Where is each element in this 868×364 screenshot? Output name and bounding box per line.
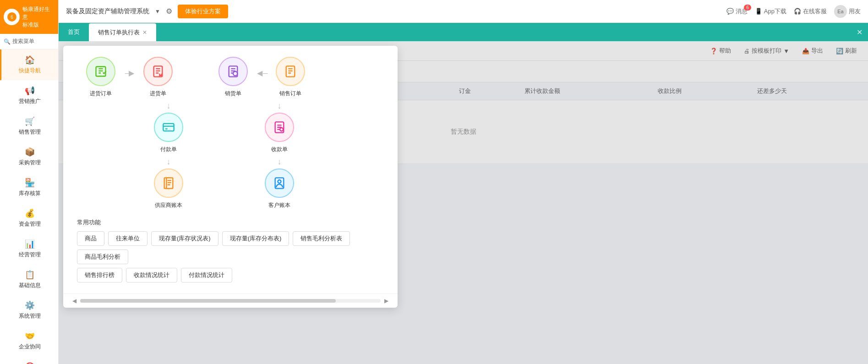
content-area: ❓ 帮助 🖨 按模板打印 ▼ 📤 导出 🔄 刷新	[59, 41, 868, 364]
scroll-right-btn[interactable]: ▶	[382, 296, 390, 306]
operations-icon: 📊	[25, 239, 35, 249]
sidebar-item-operations[interactable]: 📊 经营管理	[0, 234, 58, 264]
sidebar-item-inventory[interactable]: 🏪 库存核算	[0, 172, 58, 203]
main-area: 装备及固定资产辅助管理系统 ▼ ⚙ 体验行业方案 💬 消息 6 📱 App下载 …	[59, 0, 868, 364]
sales-order-icon	[276, 57, 305, 86]
down-arrow-supplier: ↓	[167, 157, 171, 167]
sales-order-label: 销售订单	[279, 90, 301, 98]
down-arrow-payment: ↓	[167, 101, 171, 111]
sidebar-item-quick-nav[interactable]: 🏠 快捷导航	[0, 49, 58, 80]
download-icon: 📱	[755, 8, 762, 15]
popup-panel: 进货订单 - - - - - ▶	[63, 46, 398, 308]
common-title: 常用功能	[77, 218, 384, 227]
app-download-btn[interactable]: 📱 App下载	[755, 7, 786, 16]
customer-ledger-icon	[265, 168, 294, 198]
topbar: 装备及固定资产辅助管理系统 ▼ ⚙ 体验行业方案 💬 消息 6 📱 App下载 …	[59, 0, 868, 23]
sidebar-item-finance[interactable]: 💰 资金管理	[0, 203, 58, 234]
flow-node-customer-ledger[interactable]: 客户账本	[265, 168, 294, 209]
sidebar-nav: 🏠 快捷导航 📢 营销推广 🛒 销售管理 📦 采购管理 🏪 库存核算 💰	[0, 49, 58, 364]
tab-home[interactable]: 首页	[59, 23, 89, 41]
popup-overlay: 进货订单 - - - - - ▶	[59, 41, 868, 364]
common-btn-receipt-stats[interactable]: 收款情况统计	[126, 268, 177, 283]
sidebar-item-enterprise[interactable]: 🤝 企业协同	[0, 326, 58, 356]
common-btn-stock-dist[interactable]: 现存量(库存分布表)	[222, 231, 289, 246]
experience-btn[interactable]: 体验行业方案	[178, 5, 228, 18]
sales-bill-icon	[218, 57, 248, 86]
sidebar-item-sales[interactable]: 🛒 销售管理	[0, 111, 58, 141]
flow-node-purchase-bill[interactable]: 进货单	[143, 57, 173, 98]
flow-node-purchase-order[interactable]: 进货订单	[86, 57, 115, 98]
common-btn-stock-status[interactable]: 现存量(库存状况表)	[151, 231, 218, 246]
logo-text: 畅康通好生意 标准版	[22, 5, 55, 28]
sales-bill-label: 销货单	[225, 90, 241, 98]
sidebar-item-purchase[interactable]: 📦 采购管理	[0, 141, 58, 172]
flow-node-payment[interactable]: 付款单	[154, 113, 183, 153]
common-functions-section: 常用功能 商品 往来单位 现存量(库存状况表) 现存量(库存分布表) 销售毛利分…	[77, 218, 384, 283]
sidebar-item-system[interactable]: ⚙️ 系统管理	[0, 295, 58, 326]
common-buttons-row2: 销售排行榜 收款情况统计 付款情况统计	[77, 268, 384, 283]
receipt-label: 收款单	[271, 146, 288, 153]
purchase-icon: 📦	[25, 147, 35, 157]
receipt-icon	[265, 113, 294, 142]
col-receipt: ↓ 收款单	[256, 101, 303, 153]
message-btn[interactable]: 💬 消息 6	[726, 7, 748, 16]
purchase-bill-label: 进货单	[150, 90, 166, 98]
tab-close-icon[interactable]: ✕	[142, 29, 147, 36]
flow-node-sales-bill[interactable]: 销货单	[218, 57, 248, 98]
sidebar-item-newbie[interactable]: 🎯 新手引导	[0, 356, 58, 364]
message-icon: 💬	[726, 8, 734, 15]
common-btn-payment-stats[interactable]: 付款情况统计	[181, 268, 232, 283]
payment-icon	[154, 113, 183, 142]
scroll-track[interactable]	[80, 299, 381, 303]
sidebar: 6 畅康通好生意 标准版 🔍 搜索菜单 🏠 快捷导航 📢 营销推广 🛒 销售管理	[0, 0, 59, 364]
down-arrow-customer: ↓	[278, 157, 282, 167]
online-service-btn[interactable]: 🎧 在线客服	[794, 7, 827, 16]
svg-point-9	[280, 128, 283, 131]
sidebar-search[interactable]: 🔍 搜索菜单	[0, 34, 58, 49]
scroll-thumb	[80, 299, 336, 303]
sidebar-logo[interactable]: 6 畅康通好生意 标准版	[0, 0, 58, 34]
col-customer-ledger: ↓ 客户账本	[256, 157, 303, 209]
tabbar-close-btn[interactable]: ✕	[857, 28, 863, 37]
common-btn-sales-gross[interactable]: 销售毛利分析表	[293, 231, 350, 246]
inventory-icon: 🏪	[25, 178, 35, 188]
common-btn-partner[interactable]: 往来单位	[108, 231, 147, 246]
popup-scrollbar-area: ◀ ▶	[63, 293, 398, 308]
common-btn-product[interactable]: 商品	[77, 231, 104, 246]
flow-node-receipt[interactable]: 收款单	[265, 113, 294, 153]
common-btn-product-gross[interactable]: 商品毛利分析	[77, 250, 128, 264]
payment-label: 付款单	[160, 146, 177, 153]
purchase-order-label: 进货订单	[90, 90, 112, 98]
purchase-order-icon	[86, 57, 115, 86]
svg-point-13	[278, 180, 281, 183]
supplier-ledger-icon	[154, 168, 183, 198]
arrow-purchase-to-bill: - - - - - ▶	[125, 69, 134, 77]
svg-point-5	[233, 71, 237, 76]
home-icon: 🏠	[25, 55, 35, 65]
system-title: 装备及固定资产辅助管理系统	[66, 7, 149, 16]
common-btn-sales-rank[interactable]: 销售排行榜	[77, 268, 122, 283]
avatar: Ea	[834, 5, 847, 18]
sales-icon: 🛒	[25, 116, 35, 126]
scroll-left-btn[interactable]: ◀	[71, 296, 78, 306]
user-menu[interactable]: Ea 用友	[834, 5, 861, 18]
sidebar-item-basic-info[interactable]: 📋 基础信息	[0, 264, 58, 295]
svg-text:6: 6	[11, 15, 13, 20]
col-payment: ↓ 付款单	[145, 101, 192, 153]
message-badge: 6	[744, 5, 751, 11]
flow-node-sales-order[interactable]: 销售订单	[276, 57, 305, 98]
system-dropdown[interactable]: ▼	[155, 8, 160, 15]
tab-sales-order-exec[interactable]: 销售订单执行表 ✕	[89, 23, 156, 42]
sidebar-item-marketing[interactable]: 📢 营销推广	[0, 80, 58, 111]
svg-rect-7	[163, 124, 174, 131]
supplier-ledger-label: 供应商账本	[155, 201, 182, 209]
down-arrow-receipt: ↓	[278, 101, 282, 111]
enterprise-icon: 🤝	[25, 331, 35, 341]
search-icon: 🔍	[4, 38, 11, 45]
system-icon: ⚙️	[25, 300, 35, 310]
basic-info-icon: 📋	[25, 270, 35, 280]
flow-node-supplier-ledger[interactable]: 供应商账本	[154, 168, 183, 209]
flow-diagram: 进货订单 - - - - - ▶	[77, 57, 384, 209]
settings-icon[interactable]: ⚙	[166, 7, 172, 16]
service-icon: 🎧	[794, 8, 801, 15]
